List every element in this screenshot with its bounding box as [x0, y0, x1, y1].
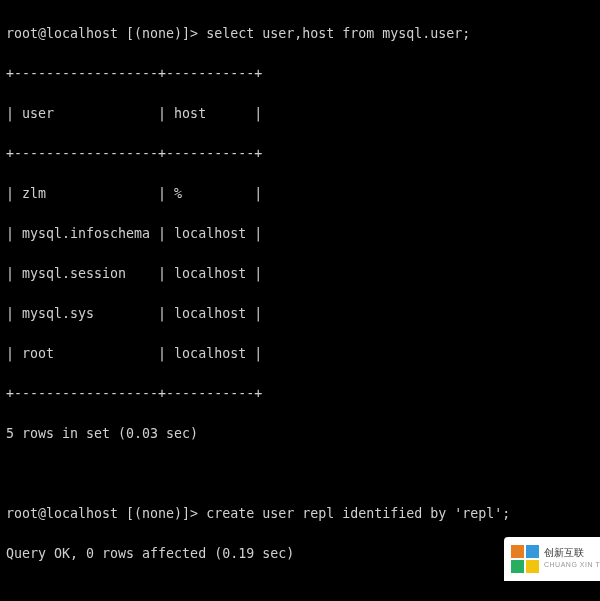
table-row: | zlm | % | — [6, 184, 594, 204]
table-row: | mysql.infoschema | localhost | — [6, 224, 594, 244]
blank-line — [6, 464, 594, 484]
watermark-logo-icon — [510, 544, 540, 574]
table-row: | root | localhost | — [6, 344, 594, 364]
prompt-line: root@localhost [(none)]> select user,hos… — [6, 24, 594, 44]
terminal[interactable]: root@localhost [(none)]> select user,hos… — [0, 0, 600, 601]
prompt: root@localhost [(none)]> — [6, 26, 206, 41]
prompt: root@localhost [(none)]> — [6, 506, 206, 521]
watermark-text: 创新互联 CHUANG XIN TECH — [544, 547, 600, 571]
watermark-badge: 创新互联 CHUANG XIN TECH — [504, 537, 600, 581]
table-border: +------------------+-----------+ — [6, 144, 594, 164]
result-summary: 5 rows in set (0.03 sec) — [6, 424, 594, 444]
sql-command: create user repl identified by 'repl'; — [206, 506, 510, 521]
table-border: +------------------+-----------+ — [6, 64, 594, 84]
table-header: | user | host | — [6, 104, 594, 124]
sql-command: select user,host from mysql.user; — [206, 26, 470, 41]
table-row: | mysql.session | localhost | — [6, 264, 594, 284]
watermark-sub: CHUANG XIN TECH — [544, 559, 600, 571]
blank-line — [6, 584, 594, 601]
table-row: | mysql.sys | localhost | — [6, 304, 594, 324]
watermark-main: 创新互联 — [544, 547, 600, 559]
table-border: +------------------+-----------+ — [6, 384, 594, 404]
prompt-line: root@localhost [(none)]> create user rep… — [6, 504, 594, 524]
